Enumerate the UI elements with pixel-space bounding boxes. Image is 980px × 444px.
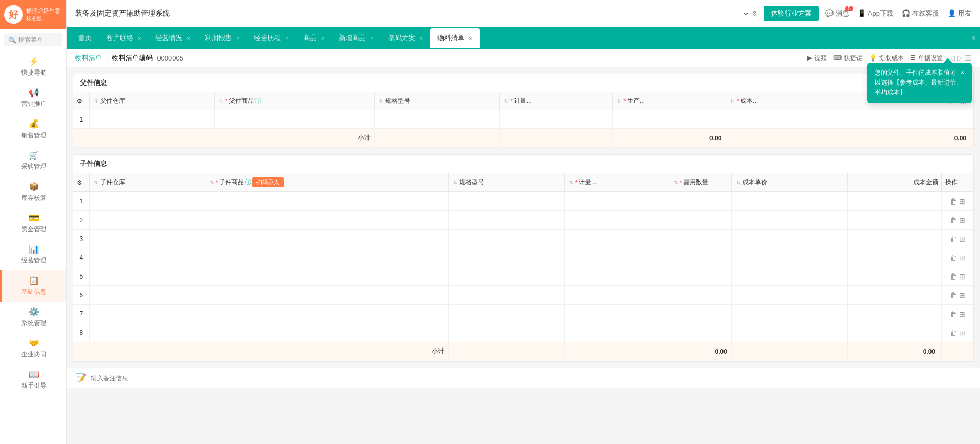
sidebar-item-xiaoshou[interactable]: 💰 销售管理	[0, 114, 66, 145]
breadcrumb-main[interactable]: 物料清单	[75, 53, 102, 63]
tab-operation[interactable]: 经营情况 ×	[148, 28, 197, 48]
child-goods-cell[interactable]	[205, 211, 448, 230]
copy-icon[interactable]: ⊞	[959, 291, 965, 299]
child-warehouse-cell[interactable]	[89, 305, 205, 323]
child-unit-price-cell[interactable]	[731, 192, 847, 211]
child-spec-cell[interactable]	[449, 305, 565, 323]
online-service-btn[interactable]: 🎧 在线客服	[902, 9, 939, 18]
delete-icon[interactable]: 🗑	[950, 235, 957, 243]
sidebar-item-yingxiao[interactable]: 📢 营销推广	[0, 82, 66, 114]
child-qty-cell[interactable]	[669, 211, 731, 230]
child-unit-cell[interactable]	[565, 267, 669, 286]
child-spec-cell[interactable]	[449, 286, 565, 305]
tab-goods[interactable]: 商品 ×	[296, 28, 332, 48]
child-goods-cell[interactable]	[205, 230, 448, 248]
child-qty-cell[interactable]	[669, 248, 731, 267]
child-unit-price-cell[interactable]	[731, 230, 847, 248]
child-spec-cell[interactable]	[449, 248, 565, 267]
parent-goods-cell[interactable]	[215, 110, 375, 129]
child-unit-cell[interactable]	[565, 248, 669, 267]
child-qty-cell[interactable]	[669, 286, 731, 305]
child-unit-price-cell[interactable]	[731, 248, 847, 267]
child-qty-cell[interactable]	[669, 323, 731, 342]
copy-icon[interactable]: ⊞	[959, 329, 965, 337]
produce-cell[interactable]	[613, 110, 726, 129]
copy-icon[interactable]: ⊞	[959, 254, 965, 262]
tab-new-goods[interactable]: 新增商品 ×	[332, 28, 381, 48]
cost-action[interactable]: 💡 提取成本	[869, 54, 904, 63]
child-unit-price-cell[interactable]	[731, 211, 847, 230]
child-spec-cell[interactable]	[449, 267, 565, 286]
video-action[interactable]: ▶ 视频	[807, 54, 827, 63]
app-download-btn[interactable]: 📱 App下载	[858, 9, 893, 18]
note-input[interactable]	[91, 375, 972, 382]
child-spec-cell[interactable]	[449, 211, 565, 230]
tab-profit[interactable]: 利润报告 ×	[198, 28, 247, 48]
child-unit-cell[interactable]	[565, 211, 669, 230]
th-child-settings[interactable]: ⚙	[74, 173, 89, 192]
nav-close-all[interactable]: ×	[971, 33, 976, 43]
child-spec-cell[interactable]	[449, 230, 565, 248]
tab-close[interactable]: ×	[285, 35, 288, 41]
child-unit-price-cell[interactable]	[731, 305, 847, 323]
child-warehouse-cell[interactable]	[89, 286, 205, 305]
sidebar-item-xitong[interactable]: ⚙️ 系统管理	[0, 302, 66, 333]
child-qty-cell[interactable]	[669, 305, 731, 323]
child-unit-cell[interactable]	[565, 305, 669, 323]
sidebar-item-qiye[interactable]: 🤝 企业协同	[0, 333, 66, 364]
help-icon2[interactable]: ⓘ	[245, 178, 251, 187]
child-goods-cell[interactable]	[205, 248, 448, 267]
help-icon[interactable]: ⓘ	[255, 97, 261, 105]
message-btn[interactable]: 💬 消息 5	[825, 9, 849, 18]
child-unit-cell[interactable]	[565, 192, 669, 211]
unit-cell[interactable]	[500, 110, 613, 129]
copy-icon[interactable]: ⊞	[959, 310, 965, 318]
child-unit-price-cell[interactable]	[731, 286, 847, 305]
child-goods-cell[interactable]	[205, 286, 448, 305]
cost-cell[interactable]	[726, 110, 839, 129]
child-spec-cell[interactable]	[449, 323, 565, 342]
tab-close[interactable]: ×	[138, 35, 141, 41]
child-goods-cell[interactable]	[205, 192, 448, 211]
th-settings[interactable]: ⚙	[74, 92, 89, 110]
parent-warehouse-cell[interactable]	[89, 110, 215, 129]
delete-icon[interactable]: 🗑	[950, 254, 957, 262]
child-qty-cell[interactable]	[669, 267, 731, 286]
copy-icon[interactable]: ⊞	[959, 216, 965, 224]
sidebar-item-xinshou[interactable]: 📖 新手引导	[0, 364, 66, 395]
tab-customer[interactable]: 客户联络 ×	[99, 28, 148, 48]
copy-icon[interactable]: ⊞	[959, 197, 965, 206]
child-unit-cell[interactable]	[565, 230, 669, 248]
delete-icon[interactable]: 🗑	[950, 272, 957, 281]
child-qty-cell[interactable]	[669, 230, 731, 248]
delete-icon[interactable]: 🗑	[950, 197, 957, 206]
settings-gear[interactable]: ⚙	[752, 10, 757, 17]
tab-close[interactable]: ×	[370, 35, 373, 41]
delete-icon[interactable]: 🗑	[950, 329, 957, 337]
sidebar-item-kuaijie[interactable]: ⚡ 快捷导航	[0, 51, 66, 82]
sidebar-item-caigou[interactable]: 🛒 采购管理	[0, 145, 66, 176]
tab-home[interactable]: 首页	[71, 28, 99, 48]
child-unit-price-cell[interactable]	[731, 323, 847, 342]
delete-icon[interactable]: 🗑	[950, 291, 957, 299]
child-warehouse-cell[interactable]	[89, 230, 205, 248]
tab-close[interactable]: ×	[321, 35, 324, 41]
sidebar-item-jichu[interactable]: 📋 基础信息	[0, 270, 66, 302]
trial-button[interactable]: 体验行业方案	[764, 6, 819, 21]
nav-next-btn[interactable]: ▷	[957, 54, 963, 62]
sidebar-item-zijin[interactable]: 💳 资金管理	[0, 208, 66, 239]
nav-menu-btn[interactable]: ☰	[965, 54, 972, 62]
settings-action[interactable]: ☰ 单据设置	[910, 54, 943, 63]
shortcut-action[interactable]: ⌨ 快捷键	[833, 54, 863, 63]
tab-close[interactable]: ×	[420, 35, 423, 41]
child-warehouse-cell[interactable]	[89, 267, 205, 286]
child-unit-price-cell[interactable]	[731, 267, 847, 286]
sidebar-search[interactable]: 🔍 搜索菜单	[0, 29, 66, 51]
child-warehouse-cell[interactable]	[89, 192, 205, 211]
tab-barcode[interactable]: 条码方案 ×	[381, 28, 430, 48]
tab-bom[interactable]: 物料清单 ×	[430, 28, 479, 48]
child-goods-cell[interactable]	[205, 305, 448, 323]
sidebar-item-kucun[interactable]: 📦 库存核算	[0, 176, 66, 208]
child-qty-cell[interactable]	[669, 192, 731, 211]
tab-history[interactable]: 经营历程 ×	[247, 28, 296, 48]
